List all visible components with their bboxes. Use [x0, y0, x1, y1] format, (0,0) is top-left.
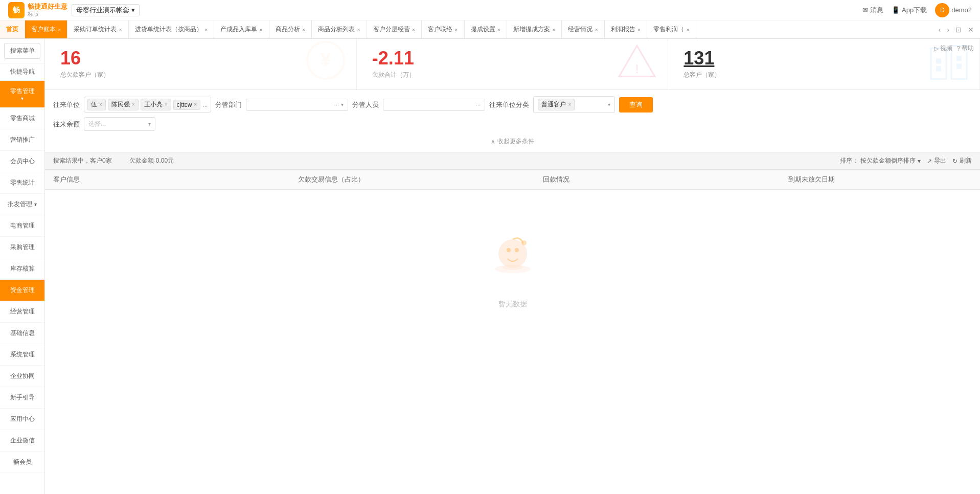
balance-select[interactable]: 选择... ▾: [84, 117, 155, 131]
sidebar-item-inventory[interactable]: 库存核算: [0, 258, 44, 280]
tab-label: 新增提成方案: [513, 25, 550, 34]
sidebar-item-finance[interactable]: 资金管理: [0, 280, 44, 301]
tab-customer-contact[interactable]: 客户联络 ×: [422, 20, 464, 39]
stat-label-customers: 总欠款客户（家）: [60, 71, 109, 79]
tab-close-icon[interactable]: ×: [302, 27, 305, 33]
app-download-label: App下载: [902, 6, 927, 15]
sidebar-item-purchase[interactable]: 采购管理: [0, 237, 44, 258]
export-button[interactable]: ↗ 导出: [927, 156, 946, 165]
tab-product-analysis[interactable]: 商品分析 ×: [269, 20, 312, 39]
sidebar-item-vip-member[interactable]: 畅会员: [0, 452, 44, 473]
empty-state: 暂无数据: [45, 190, 980, 350]
sidebar-item-retail-stats[interactable]: 零售统计: [0, 172, 44, 194]
expand-icon: ▾: [4, 96, 40, 101]
category-tag: 普通客户 ×: [538, 99, 575, 110]
tab-operations[interactable]: 经营情况 ×: [562, 20, 604, 39]
sidebar-item-system[interactable]: 系统管理: [0, 344, 44, 366]
refresh-button[interactable]: ↻ 刷新: [952, 156, 972, 165]
tab-customer-account[interactable]: 客户账本 ×: [25, 20, 67, 39]
stat-card-debt: ! -2.11 欠款合计（万）: [357, 39, 669, 89]
query-button[interactable]: 查询: [619, 97, 653, 113]
tab-next-button[interactable]: ›: [945, 25, 951, 35]
tab-purchase-stats[interactable]: 进货单统计表（按商品） ×: [129, 20, 214, 39]
results-text: 搜索结果中，客户0家: [53, 157, 112, 164]
search-menu-button[interactable]: 搜索菜单: [4, 43, 40, 59]
sidebar-item-quick-nav[interactable]: 快捷导航: [0, 63, 44, 81]
sidebar-item-enterprise-coop[interactable]: 企业协同: [0, 366, 44, 387]
tab-close-icon[interactable]: ×: [595, 27, 598, 33]
tab-label: 商品分析列表: [318, 25, 355, 34]
message-icon: ✉: [862, 6, 868, 14]
svg-point-14: [521, 240, 527, 245]
sidebar-item-app-center[interactable]: 应用中心: [0, 409, 44, 430]
tab-label: 客户分层经营: [373, 25, 410, 34]
tab-product-inbound[interactable]: 产成品入库单 ×: [214, 20, 269, 39]
tab-promotion-settings[interactable]: 提成设置 ×: [465, 20, 507, 39]
tab-retail-profit[interactable]: 零售利润（ ×: [647, 20, 696, 39]
person-filter-label: 分管人员: [352, 100, 379, 109]
tab-close-icon[interactable]: ×: [497, 27, 500, 33]
sidebar-item-operations-mgmt[interactable]: 经营管理: [0, 301, 44, 323]
sidebar-item-enterprise-wechat[interactable]: 企业微信: [0, 430, 44, 452]
category-select[interactable]: 普通客户 × ▾: [533, 96, 615, 113]
tag-close-icon[interactable]: ×: [132, 102, 135, 107]
tab-close-icon[interactable]: ×: [552, 27, 555, 33]
tag-close-icon[interactable]: ×: [194, 102, 197, 107]
sort-select[interactable]: 排序： 按欠款金额倒序排序 ▾: [840, 156, 921, 165]
user-menu[interactable]: D demo2: [935, 3, 972, 17]
person-select[interactable]: ···: [383, 99, 485, 111]
app-download-button[interactable]: 📱 App下载: [892, 6, 927, 15]
collapse-button[interactable]: ∧ 收起更多条件: [53, 135, 972, 146]
tab-label: 利润报告: [611, 25, 635, 34]
top-header: 畅 畅捷通好生意 标版 母婴行业演示帐套 ▾ ✉ 消息 📱 App下载 D de…: [0, 0, 980, 20]
tab-close-all-button[interactable]: ✕: [966, 25, 976, 35]
tag-close-icon[interactable]: ×: [165, 102, 168, 107]
help-button[interactable]: ? 帮助: [956, 44, 974, 53]
tab-close-icon[interactable]: ×: [686, 27, 689, 33]
refresh-label: 刷新: [960, 156, 972, 165]
tab-bar: 首页 客户账本 × 采购订单统计表 × 进货单统计表（按商品） × 产成品入库单…: [0, 20, 980, 39]
chevron-down-icon: ▾: [608, 102, 610, 107]
sidebar-item-label: 企业微信: [4, 436, 40, 445]
stat-bg-yuan-icon: ¥: [305, 40, 346, 89]
tab-profit-report[interactable]: 利润报告 ×: [605, 20, 647, 39]
logo-area: 畅 畅捷通好生意 标版: [8, 2, 67, 18]
tab-close-icon[interactable]: ×: [357, 27, 360, 33]
tab-close-icon[interactable]: ×: [412, 27, 415, 33]
results-actions: 排序： 按欠款金额倒序排序 ▾ ↗ 导出 ↻ 刷新: [840, 156, 972, 165]
tab-close-icon[interactable]: ×: [454, 27, 458, 33]
svg-rect-8: [936, 66, 941, 71]
sidebar-item-new-guide[interactable]: 新手引导: [0, 387, 44, 409]
store-selector[interactable]: 母婴行业演示帐套 ▾: [72, 4, 140, 16]
sidebar-item-marketing[interactable]: 营销推广: [0, 129, 44, 151]
tab-customer-segment[interactable]: 客户分层经营 ×: [367, 20, 422, 39]
tab-new-promotion[interactable]: 新增提成方案 ×: [507, 20, 562, 39]
sidebar-item-ecommerce[interactable]: 电商管理: [0, 215, 44, 237]
tags-more-button[interactable]: ...: [202, 101, 208, 108]
results-summary: 搜索结果中，客户0家 欠款金额 0.00元: [53, 156, 174, 165]
tab-product-analysis-list[interactable]: 商品分析列表 ×: [312, 20, 367, 39]
tab-purchase-order[interactable]: 采购订单统计表 ×: [67, 20, 128, 39]
tab-label: 提成设置: [471, 25, 495, 34]
tag-close-icon[interactable]: ×: [99, 102, 102, 107]
tab-close-icon[interactable]: ×: [204, 27, 208, 33]
sidebar-item-base-info[interactable]: 基础信息: [0, 323, 44, 344]
tag-close-icon[interactable]: ×: [568, 102, 571, 107]
sidebar-item-membership[interactable]: 会员中心: [0, 151, 44, 172]
tab-close-icon[interactable]: ×: [637, 27, 641, 33]
video-help-button[interactable]: ▷ 视频: [934, 44, 952, 53]
sidebar-item-label: 新手引导: [4, 393, 40, 402]
stat-card-total-customers: 131 总客户（家）: [668, 39, 980, 89]
tab-close-icon[interactable]: ×: [119, 27, 122, 33]
sidebar-item-wholesale[interactable]: 批发管理 ▾: [0, 194, 44, 215]
tab-close-icon[interactable]: ×: [259, 27, 262, 33]
sidebar-item-retail-shop[interactable]: 零售商城: [0, 108, 44, 129]
tab-prev-button[interactable]: ‹: [937, 25, 943, 35]
message-button[interactable]: ✉ 消息: [862, 6, 883, 15]
tab-home[interactable]: 首页: [0, 20, 25, 39]
tab-close-icon[interactable]: ×: [58, 27, 61, 33]
tab-expand-button[interactable]: ⊡: [953, 25, 964, 35]
sidebar-item-retail[interactable]: 零售管理 ▾: [0, 81, 44, 108]
filter-row-2: 往来余额 选择... ▾: [53, 117, 972, 131]
dept-select[interactable]: ··· ▾: [246, 99, 348, 111]
